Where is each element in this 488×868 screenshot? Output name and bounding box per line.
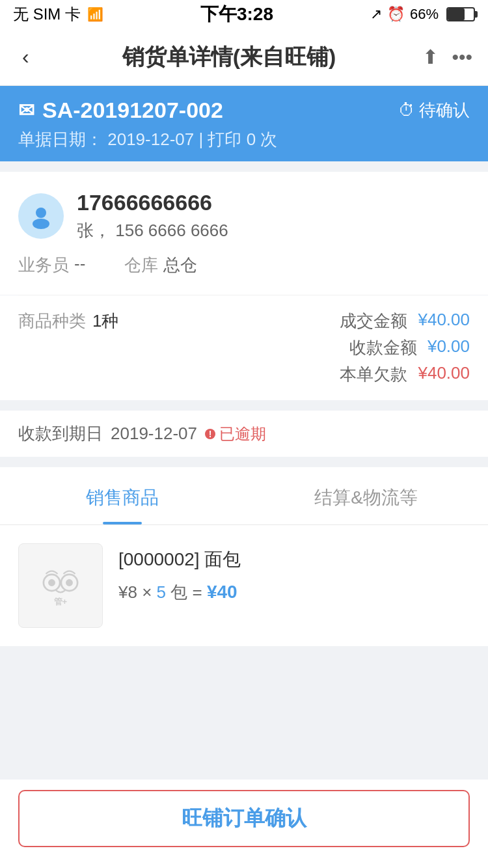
summary-section: 商品种类 1种 成交金额 ¥40.00 收款金额 ¥0.00 本单欠款 ¥40.…	[0, 295, 488, 400]
svg-point-4	[48, 579, 55, 586]
svg-text:管+: 管+	[54, 597, 67, 606]
svg-point-0	[36, 208, 46, 218]
due-date: 2019-12-07	[111, 424, 197, 444]
battery-percent: 66%	[410, 6, 439, 23]
battery-icon	[446, 7, 475, 21]
back-icon: ‹	[22, 45, 29, 68]
order-status: ⏱ 待确认	[398, 99, 470, 122]
tabs-header: 销售商品 结算&物流等	[0, 467, 488, 525]
order-id: ✉ SA-20191207-002	[18, 98, 223, 123]
customer-meta: 业务员 -- 仓库 总仓	[18, 254, 470, 277]
svg-point-5	[66, 579, 73, 586]
product-price: ¥8 × 5 包 = ¥40	[118, 581, 470, 604]
carrier-label: 无 SIM 卡	[13, 4, 81, 25]
time-label: 下午3:28	[200, 2, 273, 27]
share-icon[interactable]: ⬆	[422, 46, 439, 68]
salesperson-value: --	[74, 254, 85, 277]
customer-section: 17666666666 张， 156 6666 6666 业务员 -- 仓库 总…	[0, 172, 488, 295]
customer-name: 张， 156 6666 6666	[77, 219, 228, 242]
location-icon: ↗	[370, 6, 382, 23]
product-item: 管+ [0000002] 面包 ¥8 × 5 包 = ¥40	[18, 543, 470, 628]
order-banner: ✉ SA-20191207-002 ⏱ 待确认 单据日期： 2019-12-07…	[0, 86, 488, 161]
order-icon: ✉	[18, 99, 34, 122]
status-clock-icon: ⏱	[398, 100, 415, 120]
warehouse-label: 仓库	[124, 254, 158, 277]
status-right: ↗ ⏰ 66%	[370, 6, 475, 23]
order-date: 单据日期： 2019-12-07 | 打印 0 次	[18, 128, 470, 151]
overdue-icon: !	[205, 429, 215, 439]
overdue-badge: ! 已逾期	[205, 424, 266, 444]
status-left: 无 SIM 卡 📶	[13, 4, 103, 25]
avatar	[18, 193, 64, 239]
overdue-text: 已逾期	[219, 424, 266, 444]
wifi-icon: 📶	[87, 7, 103, 22]
product-name: [0000002] 面包	[118, 547, 470, 572]
due-label: 收款到期日	[18, 422, 103, 445]
salesperson-label: 业务员	[18, 254, 69, 277]
tab-sales[interactable]: 销售商品	[0, 467, 244, 524]
page-title: 销货单详情(来自旺铺)	[122, 42, 336, 72]
status-text: 待确认	[419, 99, 470, 122]
svg-point-1	[33, 219, 49, 229]
more-icon[interactable]: •••	[452, 46, 472, 68]
back-button[interactable]: ‹	[16, 38, 36, 75]
status-bar: 无 SIM 卡 📶 下午3:28 ↗ ⏰ 66%	[0, 0, 488, 29]
nav-actions: ⬆ •••	[422, 46, 472, 68]
customer-row: 17666666666 张， 156 6666 6666	[18, 190, 470, 242]
nav-bar: ‹ 销货单详情(来自旺铺) ⬆ •••	[0, 29, 488, 86]
balance-amount: ¥40.00	[418, 363, 470, 386]
product-thumbnail: 管+	[18, 543, 103, 628]
tab-settlement[interactable]: 结算&物流等	[244, 467, 488, 524]
product-list: 管+ [0000002] 面包 ¥8 × 5 包 = ¥40	[0, 525, 488, 646]
empty-area	[0, 646, 488, 763]
product-info: [0000002] 面包 ¥8 × 5 包 = ¥40	[118, 543, 470, 604]
tabs-section: 销售商品 结算&物流等 管+	[0, 467, 488, 646]
product-type: 商品种类 1种	[18, 310, 118, 332]
amounts: 成交金额 ¥40.00 收款金额 ¥0.00 本单欠款 ¥40.00	[340, 310, 470, 386]
due-section: 收款到期日 2019-12-07 ! 已逾期	[0, 411, 488, 457]
payment-amount: ¥0.00	[427, 336, 470, 359]
bottom-bar: 旺铺订单确认	[0, 780, 488, 868]
alarm-icon: ⏰	[387, 6, 405, 23]
warehouse-value: 总仓	[163, 254, 197, 277]
customer-phone: 17666666666	[77, 190, 228, 215]
confirm-button[interactable]: 旺铺订单确认	[18, 790, 470, 847]
transaction-amount: ¥40.00	[418, 310, 470, 332]
